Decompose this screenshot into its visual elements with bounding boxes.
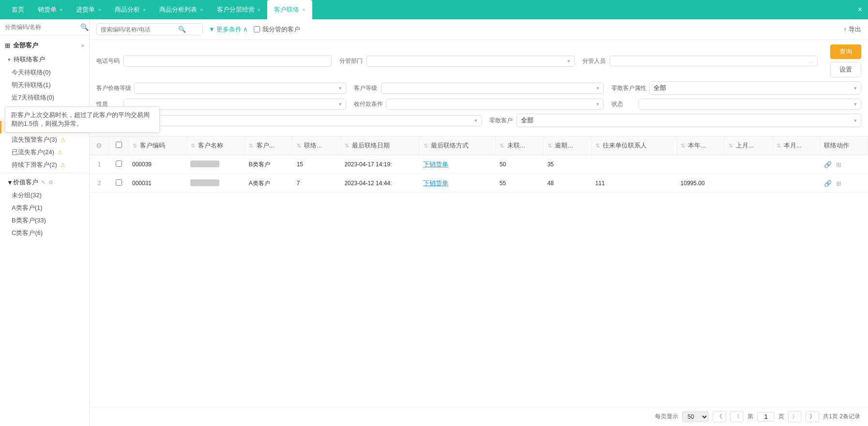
col-last-month[interactable]: 上月... xyxy=(724,136,772,155)
dept-select[interactable]: ▾ xyxy=(366,56,575,67)
col-last-contact-date[interactable]: 最后联络日期 xyxy=(340,136,419,155)
nav-sales-order[interactable]: 销货单 × xyxy=(31,0,69,19)
row-select-checkbox-2[interactable] xyxy=(116,179,122,186)
sidebar-item-today-pending[interactable]: 今天待联络(0) xyxy=(0,66,89,79)
collapse-arrow-icon: » xyxy=(81,42,84,49)
nav-product-analysis[interactable]: 商品分析 × xyxy=(108,0,152,19)
select-all-checkbox[interactable] xyxy=(116,142,122,148)
table-header-row: ⚙ 客户编码 客户名称 客户. xyxy=(90,136,868,155)
row-overdue-1: 35 xyxy=(544,155,592,174)
search-input[interactable] xyxy=(101,26,178,33)
prev-page-button[interactable]: 〈 xyxy=(730,411,744,422)
more-conditions-button[interactable]: ▼ 更多条件 ∧ xyxy=(209,25,248,34)
content-area: 🔍 ▼ 更多条件 ∧ 我分管的客户 ↑ 导出 xyxy=(90,19,868,426)
col-customer-code[interactable]: 客户编码 xyxy=(128,136,186,155)
main-layout: 🔍 ⊞ 全部客户 » ▼ 待联络客户 今天待联络(0) 明天待联络(1) 近7天… xyxy=(0,19,868,426)
next-page-button[interactable]: 〉 xyxy=(788,411,802,422)
sidebar-item-persist-down[interactable]: 持续下滑客户(2) ⚠ xyxy=(0,159,89,171)
settings-icon-sidebar[interactable]: ⚙ xyxy=(48,179,53,186)
col-overdue[interactable]: 逾期... xyxy=(544,136,592,155)
export-button[interactable]: ↑ 导出 xyxy=(844,25,862,34)
zero-attr-select[interactable]: 全部 ▾ xyxy=(649,81,861,95)
action-link-icon-2[interactable]: 🔗 xyxy=(824,180,832,187)
nav-purchase-order[interactable]: 进货单 × xyxy=(69,0,107,19)
my-customers-checkbox[interactable] xyxy=(254,26,260,32)
page-size-select[interactable]: 50 100 200 xyxy=(682,411,709,422)
filter-row-3: 性质 ▾ 收付款条件 ▾ 状态 xyxy=(96,99,861,110)
search-icon[interactable]: 🔍 xyxy=(178,26,186,33)
col-customer-name[interactable]: 客户名称 xyxy=(186,136,244,155)
col-customer-type[interactable]: 客户... xyxy=(245,136,293,155)
phone-input[interactable] xyxy=(123,55,332,67)
first-page-button[interactable]: 《 xyxy=(713,411,726,422)
table-settings-button[interactable]: ⚙ xyxy=(96,142,102,149)
person-dropdown-arrow: … xyxy=(808,58,813,64)
col-this-year[interactable]: 本年... xyxy=(677,136,725,155)
table-container: ⚙ 客户编码 客户名称 客户. xyxy=(90,136,868,426)
row-last-date-2: 2023-04-12 14:44: xyxy=(340,174,419,193)
action-grid-icon-2[interactable]: ⊞ xyxy=(836,180,841,187)
close-customer-layered-icon[interactable]: × xyxy=(258,7,260,13)
grid-icon: ⊞ xyxy=(5,42,10,49)
row-this-month-2 xyxy=(772,174,820,193)
row-select-checkbox-1[interactable] xyxy=(116,161,122,167)
query-button[interactable]: 查询 xyxy=(830,44,861,59)
page-number-input[interactable] xyxy=(757,412,775,422)
action-grid-icon-1[interactable]: ⊞ xyxy=(836,161,841,168)
total-info: 共1页 2条记录 xyxy=(823,412,860,421)
warning-icon-already-lost: ⚠ xyxy=(58,149,62,155)
col-unlink-days[interactable]: 未联... xyxy=(496,136,544,155)
person-select[interactable]: … xyxy=(609,56,818,66)
col-this-month[interactable]: 本月... xyxy=(772,136,820,155)
close-product-analysis-icon[interactable]: × xyxy=(143,7,146,13)
settings-button[interactable]: 设置 xyxy=(830,62,861,77)
customer-level-select[interactable]: ▾ xyxy=(381,83,604,94)
row-type-2: A类客户 xyxy=(245,174,293,193)
triangle-icon: ▼ xyxy=(7,57,12,62)
close-product-analysis-list-icon[interactable]: × xyxy=(200,7,203,13)
expanded-filters: 电话号码 分管部门 ▾ 分管人员 … xyxy=(90,40,868,136)
col-contact-count[interactable]: 联络... xyxy=(293,136,341,155)
last-page-button[interactable]: 》 xyxy=(806,411,819,422)
zero-customer-arrow: ▾ xyxy=(854,118,857,124)
sidebar-item-b-class[interactable]: B类客户(33) xyxy=(0,214,89,227)
zero-customer-select[interactable]: 全部 ▾ xyxy=(517,114,861,127)
triangle-icon-value: ▼ xyxy=(7,179,13,186)
sidebar-item-tomorrow-pending[interactable]: 明天待联络(1) xyxy=(0,79,89,91)
col-last-contact-way[interactable]: 最后联络方式 xyxy=(419,136,496,155)
pagination: 每页显示 50 100 200 《 〈 第 页 〉 》 共1页 2条记录 xyxy=(90,407,868,426)
sidebar-item-ungroup[interactable]: 未分组(32) xyxy=(0,189,89,202)
row-name-1 xyxy=(186,155,244,174)
sidebar-pending-section[interactable]: ▼ 待联络客户 xyxy=(0,53,89,66)
sidebar-all-customers[interactable]: ⊞ 全部客户 » xyxy=(0,38,89,53)
customer-type-select[interactable]: ▾ xyxy=(137,115,482,126)
last-contact-way-link-1[interactable]: 下销货单 xyxy=(423,161,448,168)
edit-icon[interactable]: ✎ xyxy=(41,179,46,186)
col-unit-contact[interactable]: 往来单位联系人 xyxy=(591,136,676,155)
nav-customer-layered[interactable]: 客户分层经营 × xyxy=(210,0,267,19)
sidebar-item-a-class[interactable]: A类客户(1) xyxy=(0,202,89,214)
close-purchase-order-icon[interactable]: × xyxy=(98,7,101,13)
status-select[interactable]: ▾ xyxy=(639,99,861,110)
row-last-way-2: 下销货单 xyxy=(419,174,496,193)
nav-customer-contact[interactable]: 客户联络 × xyxy=(267,0,312,19)
sidebar-item-lost-preview[interactable]: 流失预警客户(3) ⚠ xyxy=(0,133,89,146)
close-customer-contact-icon[interactable]: × xyxy=(302,7,305,13)
price-level-arrow: ▾ xyxy=(339,85,342,91)
payment-select[interactable]: ▾ xyxy=(386,99,604,110)
sidebar-search-input[interactable] xyxy=(5,24,77,30)
close-sales-order-icon[interactable]: × xyxy=(60,7,62,13)
sidebar-value-group[interactable]: ▼ 价值客户 ✎ ⚙ xyxy=(0,176,89,189)
sidebar-item-c-class[interactable]: C类客户(6) xyxy=(0,227,89,239)
warning-icon-lost-preview: ⚠ xyxy=(61,137,65,143)
price-level-select[interactable]: ▾ xyxy=(134,83,346,94)
action-link-icon-1[interactable]: 🔗 xyxy=(824,161,832,168)
nav-product-analysis-list[interactable]: 商品分析列表 × xyxy=(152,0,210,19)
nav-home[interactable]: 首页 xyxy=(5,0,31,19)
sidebar-search-icon[interactable]: 🔍 xyxy=(80,23,89,31)
sidebar-item-7days-pending[interactable]: 近7天待联络(0) xyxy=(0,91,89,104)
sidebar-item-already-lost[interactable]: 已流失客户(24) ⚠ xyxy=(0,146,89,159)
last-contact-way-link-2[interactable]: 下销货单 xyxy=(423,179,448,187)
global-close-button[interactable]: × xyxy=(858,5,862,14)
row-last-month-1 xyxy=(724,155,772,174)
